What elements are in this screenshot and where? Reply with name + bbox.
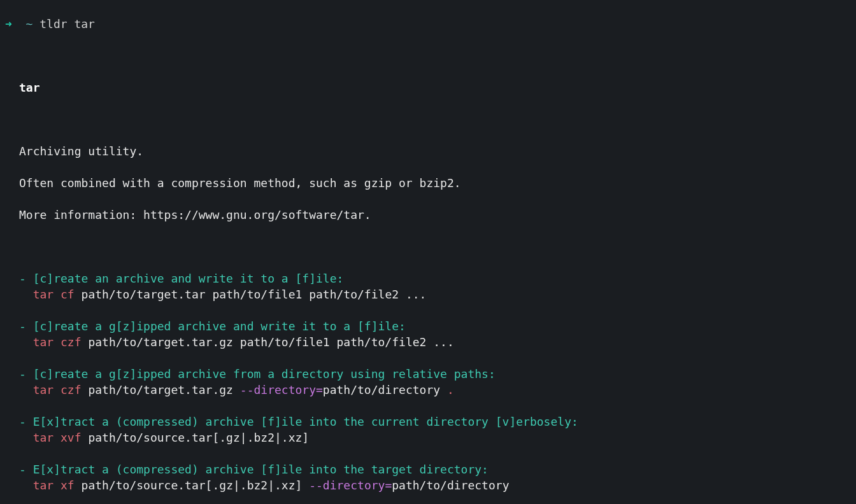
example-heading-text: [c]reate an archive and write it to a [f… <box>33 272 344 285</box>
bullet-dash: - <box>19 272 33 285</box>
blank-line <box>5 48 851 64</box>
example-command: tar cf path/to/target.tar path/to/file1 … <box>5 286 851 302</box>
example-heading-text: [c]reate a g[z]ipped archive and write i… <box>33 319 406 333</box>
command-segment: path/to/source.tar[.gz|.bz2|.xz] <box>75 479 309 492</box>
description-line: Often combined with a compression method… <box>5 175 851 191</box>
command-segment: tar xvf <box>33 431 82 444</box>
bullet-dash: - <box>19 463 33 476</box>
command-segment: tar xf <box>33 479 75 492</box>
bullet-dash: - <box>19 367 33 381</box>
command-typed: tldr tar <box>39 17 95 31</box>
terminal-output[interactable]: ➜ ~ tldr tar tar Archiving utility. Ofte… <box>0 0 856 504</box>
command-segment: --directory= <box>309 479 392 492</box>
command-segment: path/to/target.tar.gz <box>82 383 240 396</box>
command-segment: path/to/source.tar[.gz|.bz2|.xz] <box>82 431 310 444</box>
command-segment: path/to/target.tar.gz path/to/file1 path… <box>82 335 454 349</box>
bullet-dash: - <box>19 415 33 428</box>
command-segment: path/to/target.tar path/to/file1 path/to… <box>75 288 427 301</box>
example-command: tar czf path/to/target.tar.gz path/to/fi… <box>5 334 851 350</box>
example-heading: - [c]reate a g[z]ipped archive from a di… <box>5 366 851 382</box>
blank-line <box>5 398 851 414</box>
example-heading: - [c]reate a g[z]ipped archive and write… <box>5 318 851 334</box>
example-heading-text: E[x]tract a (compressed) archive [f]ile … <box>33 415 578 428</box>
example-heading: - E[x]tract a (compressed) archive [f]il… <box>5 414 851 430</box>
example-heading-text: [c]reate a g[z]ipped archive from a dire… <box>33 367 496 381</box>
command-segment: tar cf <box>33 288 75 301</box>
command-segment: path/to/directory <box>392 479 509 492</box>
prompt-cwd: ~ <box>26 17 33 31</box>
bullet-dash: - <box>19 319 33 333</box>
example-command: tar xf path/to/source.tar[.gz|.bz2|.xz] … <box>5 477 851 493</box>
example-heading: - [c]reate an archive and write it to a … <box>5 270 851 286</box>
examples-list: - [c]reate an archive and write it to a … <box>5 270 851 504</box>
command-segment: tar czf <box>33 383 82 396</box>
blank-line <box>5 493 851 504</box>
example-command: tar xvf path/to/source.tar[.gz|.bz2|.xz] <box>5 430 851 445</box>
blank-line <box>5 302 851 318</box>
prompt-arrow-icon: ➜ <box>5 17 12 31</box>
command-segment: path/to/directory <box>323 383 447 396</box>
prompt-line: ➜ ~ tldr tar <box>5 16 851 32</box>
blank-line <box>5 350 851 366</box>
example-command: tar czf path/to/target.tar.gz --director… <box>5 382 851 398</box>
command-segment: --directory= <box>240 383 323 396</box>
blank-line <box>5 445 851 461</box>
example-heading-text: E[x]tract a (compressed) archive [f]ile … <box>33 463 489 476</box>
blank-line <box>5 239 851 255</box>
command-segment: . <box>447 383 454 396</box>
page-title: tar <box>19 81 40 94</box>
blank-line <box>5 111 851 127</box>
description-line: More information: https://www.gnu.org/so… <box>5 207 851 223</box>
command-segment: tar czf <box>33 335 82 349</box>
description-line: Archiving utility. <box>5 143 851 159</box>
example-heading: - E[x]tract a (compressed) archive [f]il… <box>5 461 851 477</box>
